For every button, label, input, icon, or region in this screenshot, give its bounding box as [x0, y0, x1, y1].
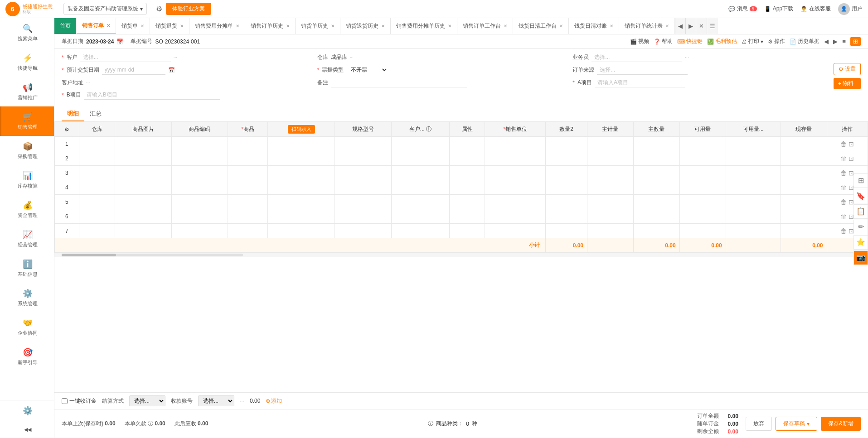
account-select[interactable]: 选择... [198, 395, 234, 406]
delete-row-btn[interactable]: 🗑 [840, 184, 847, 191]
delete-row-btn[interactable]: 🗑 [840, 227, 847, 235]
help-btn[interactable]: ❓ 帮助 [654, 38, 673, 45]
close-icon[interactable]: ✕ [331, 24, 335, 29]
tab-next-btn[interactable]: ▶ [685, 18, 696, 34]
float-btn-5[interactable]: ⭐ [853, 235, 868, 250]
one-click-checkbox[interactable]: 一键收订金 [62, 397, 97, 405]
sidebar-item-collab[interactable]: 🤝 企业协同 [0, 313, 54, 342]
add-material-btn[interactable]: + 物料 [834, 78, 861, 89]
close-icon[interactable]: ✕ [381, 24, 385, 29]
tab-menu-btn[interactable]: ☰ [707, 18, 718, 34]
order-source-input[interactable] [597, 65, 688, 75]
tab-sales-return[interactable]: 销货退货 ✕ [150, 18, 189, 34]
invoice-select[interactable]: 不开票 普通发票 增值税专票 [346, 65, 388, 75]
sidebar-item-guide[interactable]: 🎯 新手引导 [0, 342, 54, 371]
scan-btn[interactable]: 扫码录入 [288, 125, 315, 134]
staff-more-btn[interactable]: ··· [685, 55, 689, 60]
user-avatar[interactable]: 👤 用户 [838, 3, 863, 15]
sidebar-collapse[interactable]: ◀◀ [0, 421, 54, 438]
discard-btn[interactable]: 放弃 [746, 417, 772, 431]
calendar2-icon[interactable]: 📅 [168, 67, 175, 73]
next-record-btn[interactable]: ▶ [833, 38, 838, 45]
delete-row-btn[interactable]: 🗑 [840, 198, 847, 206]
sidebar-item-finance[interactable]: 💰 资金管理 [0, 195, 54, 224]
sidebar-item-purchase[interactable]: 📦 采购管理 [0, 136, 54, 165]
remark-input[interactable] [331, 78, 467, 87]
tab-sales-receipt[interactable]: 销货单 ✕ [116, 18, 150, 34]
tab-order-workspace[interactable]: 销售订单工作台 ✕ [457, 18, 513, 34]
delete-row-btn[interactable]: 🗑 [840, 213, 847, 220]
close-icon[interactable]: ✕ [665, 24, 669, 29]
delivery-input[interactable] [102, 65, 165, 75]
scrollbar-track[interactable] [62, 254, 243, 256]
detail-tab-summary[interactable]: 汇总 [84, 107, 107, 121]
print-btn[interactable]: 🖨 打印 ▾ [742, 38, 763, 45]
col-settings[interactable]: ⚙ [55, 122, 79, 137]
float-btn-6[interactable]: 📷 [853, 250, 868, 265]
tab-close-all-btn[interactable]: ✕ [696, 18, 707, 34]
sidebar-item-system[interactable]: ⚙️ 系统管理 [0, 283, 54, 313]
tab-sales-expense[interactable]: 销售费用分摊单 ✕ [189, 18, 245, 34]
sidebar-item-inventory[interactable]: 📊 库存核算 [0, 165, 54, 195]
close-icon[interactable]: ✕ [236, 24, 239, 29]
float-btn-1[interactable]: ⊞ [853, 173, 868, 188]
sidebar-item-search[interactable]: 🔍 搜索菜单 [0, 18, 54, 48]
b-project-input[interactable] [84, 90, 220, 100]
tab-order-history[interactable]: 销售订单历史 ✕ [245, 18, 296, 34]
prev-record-btn[interactable]: ◀ [824, 38, 829, 45]
col-scan[interactable]: 扫码录入 [268, 122, 335, 137]
list-view-btn[interactable]: ≡ [842, 38, 846, 45]
history-btn[interactable]: 📄 历史单据 [790, 38, 820, 45]
view-btn[interactable]: 🎬 视频 [630, 38, 649, 45]
system-title[interactable]: 装备及固定资产辅助管理系统 ▾ [63, 3, 147, 15]
save-new-btn[interactable]: 保存&新增 [821, 417, 861, 431]
one-click-input[interactable] [62, 398, 68, 404]
tab-receipt-history[interactable]: 销货单历史 ✕ [296, 18, 340, 34]
operation-btn[interactable]: ⚙ 操作 [768, 38, 785, 45]
gear-settings-icon[interactable]: ⚙ [156, 5, 162, 13]
close-icon[interactable]: ✕ [610, 24, 613, 29]
close-icon[interactable]: ✕ [504, 24, 507, 29]
online-service-btn[interactable]: 👨‍💼 在线客服 [800, 5, 831, 13]
close-icon[interactable]: ✕ [107, 23, 110, 28]
copy-row-btn[interactable]: ⊡ [849, 155, 854, 162]
address-more-btn[interactable]: ··· [86, 80, 90, 85]
grid-view-btn[interactable]: ⊞ [850, 37, 861, 46]
copy-row-btn[interactable]: ⊡ [849, 140, 854, 148]
account-more-btn[interactable]: ··· [240, 398, 244, 404]
customer-input[interactable] [80, 53, 171, 62]
industry-btn[interactable]: 体验行业方案 [166, 3, 211, 15]
calendar-icon[interactable]: 📅 [116, 39, 123, 45]
sidebar-item-nav[interactable]: ⚡ 快捷导航 [0, 48, 54, 77]
float-btn-2[interactable]: 🔖 [853, 189, 868, 203]
add-payment-btn[interactable]: ⊕ 添加 [266, 397, 282, 405]
save-draft-btn[interactable]: 保存草稿 ▾ [776, 417, 817, 431]
profit-btn[interactable]: 💹 毛利预估 [707, 38, 737, 45]
horizontal-scrollbar[interactable] [54, 253, 868, 257]
tab-prev-btn[interactable]: ◀ [675, 18, 685, 34]
detail-tab-detail[interactable]: 明细 [62, 107, 84, 121]
delete-row-btn[interactable]: 🗑 [840, 155, 847, 162]
close-icon[interactable]: ✕ [559, 24, 563, 29]
tab-return-history[interactable]: 销货退货历史 ✕ [340, 18, 391, 34]
tab-sales-stats[interactable]: 销售订单统计表 ✕ [619, 18, 675, 34]
sidebar-item-business[interactable]: 📈 经营管理 [0, 224, 54, 254]
settings-btn[interactable]: ⚙ 设置 [834, 63, 861, 75]
staff-input[interactable] [592, 53, 682, 62]
a-project-input[interactable] [595, 78, 685, 87]
tab-sales-order[interactable]: 销售订单 ✕ [77, 18, 116, 34]
float-btn-3[interactable]: 📋 [853, 204, 868, 219]
tab-home[interactable]: 首页 [54, 18, 77, 34]
tab-daily-reconcile[interactable]: 钱货日清对账 ✕ [569, 18, 619, 34]
delete-row-btn[interactable]: 🗑 [840, 140, 847, 148]
sidebar-item-marketing[interactable]: 📢 营销推广 [0, 77, 54, 106]
shortcut-btn[interactable]: ⌨ 快捷键 [677, 38, 703, 45]
close-icon[interactable]: ✕ [180, 24, 184, 29]
close-icon[interactable]: ✕ [286, 24, 290, 29]
sidebar-item-basic[interactable]: ℹ️ 基础信息 [0, 254, 54, 283]
float-btn-4[interactable]: ✏ [853, 220, 868, 234]
message-btn[interactable]: 💬 消息 9 [728, 5, 757, 13]
tab-expense-history[interactable]: 销售费用分摊单历史 ✕ [391, 18, 457, 34]
close-icon[interactable]: ✕ [448, 24, 451, 29]
app-download-btn[interactable]: 📱 App下载 [764, 5, 793, 13]
